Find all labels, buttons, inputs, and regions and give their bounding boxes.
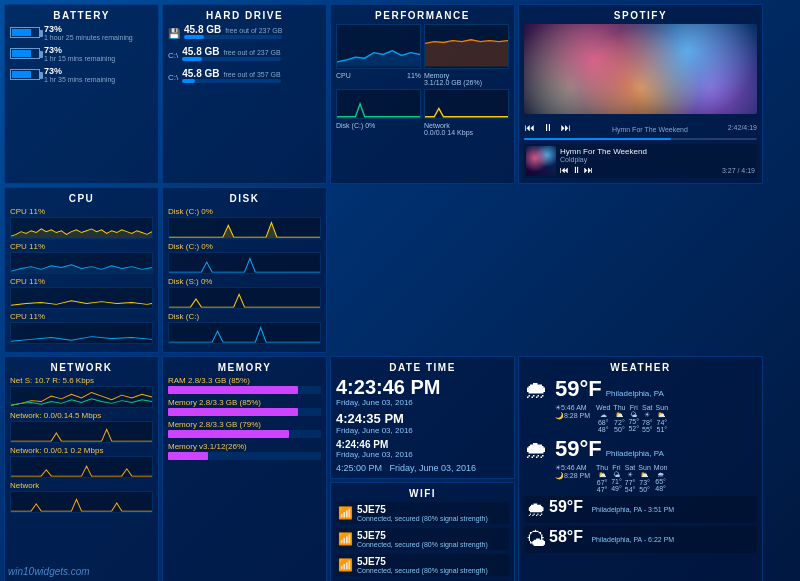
disk-entry-4: Disk (C:): [168, 312, 321, 344]
hd-icon-1: 💾: [168, 28, 180, 39]
perf-network-label: Network: [424, 122, 509, 129]
disk-entry-1: Disk (C:) 0%: [168, 207, 321, 239]
weather-icon-2: 🌧: [524, 436, 552, 493]
cpu-label-1: CPU 11%: [10, 207, 153, 216]
weather-block-2: 🌧 59°F Philadelphia, PA ☀5:46 AM 🌙8:28 P…: [524, 436, 757, 493]
spotify-mini-art-1: [526, 146, 556, 176]
disk-label-2: Disk (C:) 0%: [168, 242, 321, 251]
mem-entry-1: RAM 2.8/3.3 GB (85%): [168, 376, 321, 394]
wifi-icon-2: 📶: [338, 532, 353, 546]
weather-city-4: Philadelphia, PA - 6:22 PM: [591, 536, 674, 543]
disk-chart-3: [168, 287, 321, 309]
weather-block-1: 🌧 59°F Philadelphia, PA ☀5:46 AM 🌙8:28 P…: [524, 376, 757, 433]
mem-bar-2: [168, 408, 321, 416]
mem-bar-3: [168, 430, 321, 438]
weather-icon-1: 🌧: [524, 376, 552, 433]
battery-pct-2: 73%: [44, 45, 115, 55]
datetime-title: DATE TIME: [336, 362, 509, 373]
spotify-time: 2:42/4:19: [728, 124, 757, 131]
spotify-album-art: [524, 24, 757, 114]
weather-city-3: Philadelphia, PA - 3:51 PM: [591, 506, 674, 513]
cpu-label-3: CPU 11%: [10, 277, 153, 286]
spotify-mini-time-1: 3:27 / 4:19: [722, 167, 755, 174]
wifi-icon-3: 📶: [338, 558, 353, 572]
performance-network-chart: [424, 89, 509, 119]
cpu-label-4: CPU 11%: [10, 312, 153, 321]
weather-city-2: Philadelphia, PA: [606, 449, 664, 458]
harddrive-widget: HARD DRIVE 💾 45.8 GB free out of 237 GB …: [162, 4, 327, 184]
battery-widget: BATTERY 73% 1 hour 25 minutes remaining …: [4, 4, 159, 184]
performance-memory-chart: [424, 24, 509, 69]
cpu-entry-1: CPU 11%: [10, 207, 153, 239]
spotify-mini-play-1[interactable]: ⏸: [572, 165, 581, 175]
net-label-2: Network: 0.0/0.14.5 Mbps: [10, 411, 153, 420]
battery-entry-1: 73% 1 hour 25 minutes remaining: [10, 24, 153, 41]
perf-disk-val: 0%: [365, 122, 375, 129]
mem-label-2: Memory 2.8/3.3 GB (85%): [168, 398, 321, 407]
network-widget: NETWORK Net S: 10.7 R: 5.6 Kbps Network:…: [4, 356, 159, 581]
battery-entry-3: 73% 1 hr 35 mins remaining: [10, 66, 153, 83]
spotify-mini-prev-1[interactable]: ⏮: [560, 165, 569, 175]
weather-title: WEATHER: [524, 362, 757, 373]
harddrive-title: HARD DRIVE: [168, 10, 321, 21]
battery-note-3: 1 hr 35 mins remaining: [44, 76, 115, 83]
weather-icon-3: 🌧: [526, 498, 546, 521]
mem-entry-2: Memory 2.8/3.3 GB (85%): [168, 398, 321, 416]
perf-memory-label: Memory: [424, 72, 509, 79]
battery-title: BATTERY: [10, 10, 153, 21]
mem-label-1: RAM 2.8/3.3 GB (85%): [168, 376, 321, 385]
perf-cpu-label: CPU: [336, 72, 351, 79]
datetime-date-1: Friday, June 03, 2016: [336, 398, 509, 407]
disk-chart-1: [168, 217, 321, 239]
weather-city-1: Philadelphia, PA: [606, 389, 664, 398]
wifi-entry-1: 📶 5JE75 Connected, secured (80% signal s…: [336, 502, 509, 524]
weather-forecast-2: Thu⛅67°47° Fri🌤71°49° Sat☀77°54° Sun⛅73°…: [596, 464, 667, 493]
battery-note-2: 1 hr 15 mins remaining: [44, 55, 115, 62]
hd-size-2: 45.8 GB: [182, 46, 219, 57]
disk-entry-3: Disk (S:) 0%: [168, 277, 321, 309]
spotify-mini-artist-1: Coldplay: [560, 156, 755, 163]
performance-widget: PERFORMANCE CPU 11%: [330, 4, 515, 184]
battery-bar-2: [10, 48, 40, 59]
net-label-4: Network: [10, 481, 153, 490]
datetime-time-4: 4:25:00 PM Friday, June 03, 2016: [336, 463, 509, 473]
performance-disk-chart: [336, 89, 421, 119]
hd-size-3: 45.8 GB: [182, 68, 219, 79]
datetime-time-1: 4:23:46 PM: [336, 376, 509, 398]
weather-widget: WEATHER 🌧 59°F Philadelphia, PA ☀5:46 AM…: [518, 356, 763, 581]
spotify-play-btn[interactable]: ⏸: [542, 121, 554, 133]
spotify-prev-btn[interactable]: ⏮: [524, 121, 536, 133]
spotify-next-btn[interactable]: ⏭: [560, 121, 572, 133]
net-entry-2: Network: 0.0/0.14.5 Mbps: [10, 411, 153, 443]
weather-block-3: 🌧 59°F Philadelphia, PA - 3:51 PM: [524, 496, 757, 523]
perf-network-val: 0.0/0.0 14 Kbps: [424, 129, 509, 136]
wifi-status-3: Connected, secured (80% signal strength): [357, 567, 488, 574]
cpu-entry-2: CPU 11%: [10, 242, 153, 274]
mem-bar-4: [168, 452, 321, 460]
battery-bar-3: [10, 69, 40, 80]
weather-sun-2: ☀5:46 AM 🌙8:28 PM: [555, 464, 590, 493]
datetime-date-3: Friday, June 03, 2016: [336, 450, 509, 459]
mem-entry-4: Memory v3.1/12(26%): [168, 442, 321, 460]
perf-disk-label: Disk (C:): [336, 122, 363, 129]
memory-title: MEMORY: [168, 362, 321, 373]
performance-title: PERFORMANCE: [336, 10, 509, 21]
hd-drive-2: C:\: [168, 51, 178, 60]
wifi-widget: WIFI 📶 5JE75 Connected, secured (80% sig…: [330, 482, 515, 581]
net-label-1: Net S: 10.7 R: 5.6 Kbps: [10, 376, 153, 385]
disk-label-3: Disk (S:) 0%: [168, 277, 321, 286]
disk-chart-4: [168, 322, 321, 344]
cpu-chart-2: [10, 252, 153, 274]
disk-title: DISK: [168, 193, 321, 204]
weather-temp-1: 59°F: [555, 376, 602, 402]
disk-entry-2: Disk (C:) 0%: [168, 242, 321, 274]
spotify-progress-bar[interactable]: [524, 138, 757, 140]
spotify-mini-next-1[interactable]: ⏭: [584, 165, 593, 175]
hd-drive-3: C:\: [168, 73, 178, 82]
hd-entry-2: C:\ 45.8 GB free out of 237 GB: [168, 46, 321, 65]
wifi-name-3: 5JE75: [357, 556, 488, 567]
weather-temp-4: 58°F: [549, 528, 583, 545]
weather-sun-1: ☀5:46 AM 🌙8:28 PM: [555, 404, 590, 433]
battery-pct-3: 73%: [44, 66, 115, 76]
cpu-chart-4: [10, 322, 153, 344]
